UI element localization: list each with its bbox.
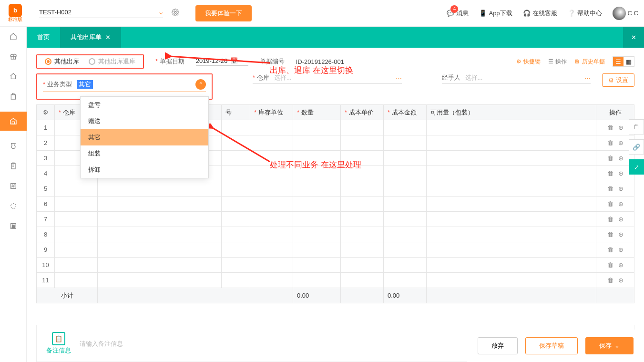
radio-return[interactable]: 其他出库退库: [89, 57, 135, 66]
org-select[interactable]: TEST-H002 ⌵: [39, 9, 163, 18]
discard-button[interactable]: 放弃: [478, 337, 518, 354]
delete-icon[interactable]: 🗑: [607, 231, 613, 238]
menu-icon: ☰: [548, 58, 553, 65]
option-qita[interactable]: 其它: [81, 129, 208, 145]
help-center-button[interactable]: ❔ 帮助中心: [568, 9, 602, 18]
shortcut-button[interactable]: ⚙快捷键: [516, 58, 541, 66]
add-icon[interactable]: ⊕: [618, 139, 624, 146]
row-number: 5: [37, 181, 55, 197]
col-gear[interactable]: ⚙: [37, 105, 55, 120]
add-icon[interactable]: ⊕: [618, 277, 624, 284]
app-download-button[interactable]: 📱 App下载: [479, 9, 512, 18]
table-row[interactable]: 6🗑⊕: [37, 197, 634, 212]
nav-clipboard-icon[interactable]: [9, 161, 18, 171]
more-icon[interactable]: ⋯: [584, 74, 591, 82]
row-number: 8: [37, 227, 55, 242]
nav-money-icon[interactable]: [9, 141, 18, 151]
chevron-up-icon[interactable]: ⌃: [195, 79, 206, 90]
tab-other-outbound[interactable]: 其他出库单 ✕: [60, 27, 121, 48]
table-row[interactable]: 10🗑⊕: [37, 258, 634, 273]
notifications-button[interactable]: 💬 4 消息: [447, 9, 469, 18]
add-icon[interactable]: ⊕: [618, 246, 624, 253]
delete-icon[interactable]: 🗑: [607, 170, 613, 177]
tab-home[interactable]: 首页: [27, 27, 60, 48]
add-icon[interactable]: ⊕: [618, 185, 624, 192]
nav-new-icon[interactable]: 新: [9, 221, 18, 231]
table-row[interactable]: 9🗑⊕: [37, 242, 634, 258]
date-label: 单据日期: [155, 57, 184, 66]
logo-icon: b: [9, 4, 22, 17]
org-name: TEST-H002: [39, 9, 159, 16]
delete-icon[interactable]: 🗑: [607, 261, 613, 269]
option-zuzhuang[interactable]: 组装: [81, 145, 208, 162]
option-pankui[interactable]: 盘亏: [81, 97, 208, 113]
history-button[interactable]: 🗎历史单据: [574, 58, 605, 66]
handler-select[interactable]: 经手人 选择... ⋯: [442, 73, 591, 83]
settings-button[interactable]: ⚙ 设置: [602, 73, 634, 87]
add-icon[interactable]: ⊕: [618, 124, 624, 131]
col-unit-cost[interactable]: 成本单价: [341, 105, 384, 120]
warehouse-select[interactable]: 仓库 选择... ⋯: [253, 73, 402, 83]
online-service-button[interactable]: 🎧 在线客服: [523, 9, 557, 18]
more-icon[interactable]: ⋯: [396, 74, 402, 82]
delete-icon[interactable]: 🗑: [607, 246, 613, 253]
nav-warehouse-icon[interactable]: [0, 112, 27, 131]
delete-icon[interactable]: 🗑: [607, 200, 613, 207]
add-icon[interactable]: ⊕: [618, 200, 624, 207]
col-stock-unit[interactable]: 库存单位: [250, 105, 293, 120]
tabbar-close-button[interactable]: ✕: [623, 27, 644, 48]
business-type-select[interactable]: 业务类型 其它 ⌃: [43, 79, 206, 92]
delete-icon[interactable]: 🗑: [607, 155, 613, 162]
nav-home-icon[interactable]: [9, 31, 18, 41]
table-row[interactable]: 8🗑⊕: [37, 227, 634, 242]
nav-house-icon[interactable]: [9, 72, 18, 81]
svg-rect-4: [12, 122, 14, 124]
nav-bag-icon[interactable]: [9, 92, 18, 101]
right-strip: 🗒 🔗 ⤢: [629, 119, 644, 175]
date-field[interactable]: 2019-12-26 📅: [196, 57, 248, 66]
row-number: 1: [37, 120, 55, 135]
delete-icon[interactable]: 🗑: [607, 124, 613, 131]
cta-button[interactable]: 我要体验一下: [195, 5, 252, 21]
save-draft-button[interactable]: 保存草稿: [525, 337, 578, 354]
save-button[interactable]: 保存⌄: [585, 337, 634, 354]
table-row[interactable]: 5🗑⊕: [37, 181, 634, 197]
add-icon[interactable]: ⊕: [618, 261, 624, 269]
add-icon[interactable]: ⊕: [618, 155, 624, 162]
row-number: 3: [37, 151, 55, 166]
nav-gift-icon[interactable]: [9, 52, 18, 61]
nav-loop-icon[interactable]: [9, 201, 18, 211]
add-icon[interactable]: ⊕: [618, 216, 624, 223]
logo-edition: 标准版: [6, 16, 25, 23]
row-number: 2: [37, 135, 55, 151]
grid-view-icon[interactable]: ▦: [624, 57, 634, 66]
expand-icon[interactable]: ⤢: [629, 159, 644, 175]
col-cost-amount[interactable]: 成本金额: [384, 105, 427, 120]
delete-icon[interactable]: 🗑: [607, 277, 613, 284]
option-chaixie[interactable]: 拆卸: [81, 162, 208, 178]
nav-contact-icon[interactable]: [9, 181, 18, 191]
row-number: 6: [37, 197, 55, 212]
radio-outbound[interactable]: 其他出库: [45, 57, 79, 66]
table-row[interactable]: 11🗑⊕: [37, 273, 634, 288]
col-ops[interactable]: 操作: [596, 105, 634, 120]
option-zengsong[interactable]: 赠送: [81, 113, 208, 129]
close-icon[interactable]: ✕: [105, 34, 111, 41]
col-available[interactable]: 可用量（包装）: [427, 105, 596, 120]
operate-button[interactable]: ☰操作: [548, 58, 567, 66]
delete-icon[interactable]: 🗑: [607, 185, 613, 192]
col-code[interactable]: 号: [222, 105, 250, 120]
delete-icon[interactable]: 🗑: [607, 139, 613, 146]
add-icon[interactable]: ⊕: [618, 231, 624, 238]
link-icon[interactable]: 🔗: [629, 139, 644, 155]
table-row[interactable]: 7🗑⊕: [37, 212, 634, 227]
col-qty[interactable]: 数量: [293, 105, 341, 120]
note-icon[interactable]: 🗒: [629, 119, 644, 134]
user-menu[interactable]: C C: [613, 7, 638, 20]
gear-icon[interactable]: [172, 9, 179, 18]
add-icon[interactable]: ⊕: [618, 170, 624, 177]
delete-icon[interactable]: 🗑: [607, 216, 613, 223]
business-type-dropdown: 盘亏 赠送 其它 组装 拆卸: [80, 96, 209, 178]
doc-no-label: 单据编号: [260, 57, 285, 66]
list-view-icon[interactable]: ☰: [613, 57, 624, 66]
